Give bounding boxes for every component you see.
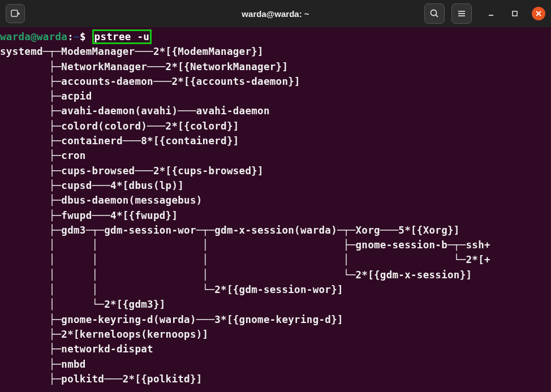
output-line: ├─cron — [0, 150, 86, 161]
output-line: ├─fwupd───4*[{fwupd}] — [0, 210, 178, 221]
output-line: │ │ │ │ └─2*[+ — [0, 254, 490, 265]
output-line: ├─colord(colord)───2*[{colord}] — [0, 120, 239, 132]
prompt-colon: : — [67, 31, 74, 42]
output-line: ├─containerd───8*[{containerd}] — [0, 135, 239, 147]
svg-rect-0 — [11, 10, 18, 16]
new-tab-button[interactable] — [6, 4, 25, 23]
search-icon — [430, 9, 439, 18]
window-controls — [484, 7, 545, 20]
menu-button[interactable] — [451, 3, 472, 24]
output-line: ├─accounts-daemon───2*[{accounts-daemon}… — [0, 76, 300, 87]
svg-line-4 — [436, 15, 438, 17]
output-line: ├─networkd-dispat — [0, 343, 153, 355]
terminal[interactable]: warda@warda:~$ pstree -u systemd─┬─Modem… — [0, 27, 551, 392]
window-title: warda@warda: ~ — [242, 9, 309, 19]
search-button[interactable] — [424, 3, 445, 24]
close-icon — [536, 11, 541, 16]
prompt-dollar: $ — [80, 31, 92, 42]
minimize-button[interactable] — [484, 7, 498, 20]
output-line: ├─polkitd───2*[{polkitd}] — [0, 373, 203, 385]
output-line: ├─cups-browsed───2*[{cups-browsed}] — [0, 165, 264, 176]
output-line: ├─NetworkManager───2*[{NetworkManager}] — [0, 61, 288, 72]
prompt-path: ~ — [74, 31, 80, 42]
output-line: ├─gdm3─┬─gdm-session-wor─┬─gdm-x-session… — [0, 225, 460, 236]
output-line: ├─gnome-keyring-d(warda)───3*[{gnome-key… — [0, 314, 343, 325]
output-line: ├─cupsd───4*[dbus(lp)] — [0, 180, 184, 191]
output-line: ├─nmbd — [0, 359, 86, 370]
output-line: ├─dbus-daemon(messagebus) — [0, 195, 203, 206]
titlebar: warda@warda: ~ — [0, 0, 551, 27]
output-line: systemd─┬─ModemManager───2*[{ModemManage… — [0, 46, 264, 57]
command-highlight: pstree -u — [92, 29, 152, 44]
maximize-icon — [511, 10, 518, 17]
minimize-icon — [488, 10, 494, 17]
svg-rect-9 — [513, 11, 517, 16]
output-line: │ └─2*[{gdm3}] — [0, 299, 166, 310]
titlebar-right — [424, 3, 545, 24]
new-tab-icon — [10, 8, 20, 19]
output-line: ├─avahi-daemon(avahi)───avahi-daemon — [0, 105, 270, 117]
output-line: ├─acpid — [0, 91, 92, 102]
output-line: │ │ │ └─2*[{gdm-x-session}] — [0, 269, 472, 281]
output-line: ├─2*[kerneloops(kernoops)] — [0, 329, 208, 340]
command: pstree -u — [94, 31, 150, 42]
hamburger-icon — [457, 9, 466, 18]
output-line: │ │ └─2*[{gdm-session-wor}] — [0, 284, 343, 295]
prompt-user-host: warda@warda — [0, 31, 67, 42]
output-line: │ │ │ ├─gnome-session-b─┬─ssh+ — [0, 239, 490, 251]
maximize-button[interactable] — [508, 7, 522, 20]
close-button[interactable] — [532, 7, 545, 20]
